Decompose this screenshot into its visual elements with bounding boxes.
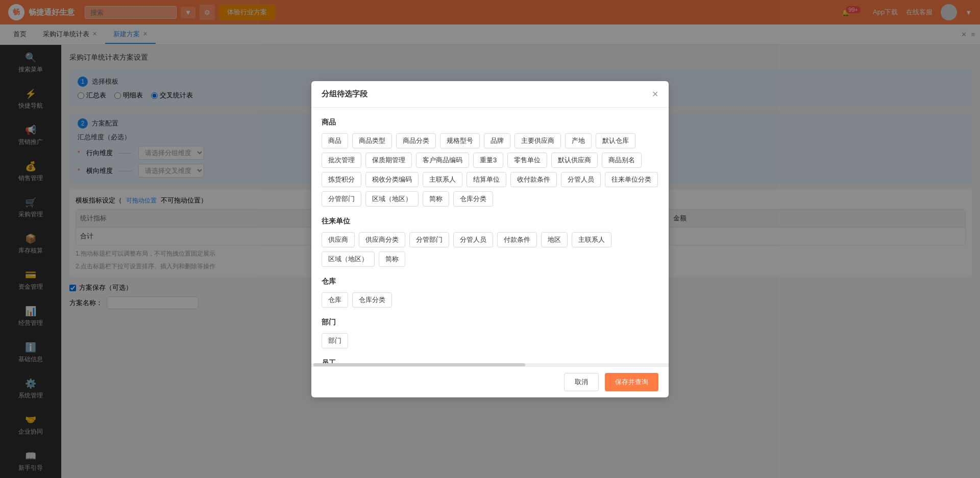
field-tag-分管人员[interactable]: 分管人员 <box>561 172 601 187</box>
field-tag-部门[interactable]: 部门 <box>322 333 348 348</box>
field-tag-区域（地区）[interactable]: 区域（地区） <box>322 251 375 267</box>
field-tag-保质期管理[interactable]: 保质期管理 <box>365 153 412 168</box>
field-tag-结算单位[interactable]: 结算单位 <box>467 172 506 187</box>
field-tag-主联系人[interactable]: 主联系人 <box>572 232 611 247</box>
field-tag-商品[interactable]: 商品 <box>322 133 348 148</box>
field-tag-批次管理[interactable]: 批次管理 <box>322 153 361 168</box>
field-tag-收付款条件[interactable]: 收付款条件 <box>510 172 557 187</box>
field-tag-规格型号[interactable]: 规格型号 <box>440 133 480 148</box>
field-tags-department: 部门 <box>322 333 658 348</box>
field-tag-主要供应商[interactable]: 主要供应商 <box>514 133 561 148</box>
field-tag-分管人员[interactable]: 分管人员 <box>453 232 493 247</box>
modal-title: 分组待选字段 <box>322 89 368 99</box>
modal-header: 分组待选字段 ✕ <box>311 81 669 108</box>
field-tag-税收分类编码[interactable]: 税收分类编码 <box>365 172 419 187</box>
modal-overlay: 分组待选字段 ✕ 商品商品商品类型商品分类规格型号品牌主要供应商产地默认仓库批次… <box>0 0 980 478</box>
modal-body: 商品商品商品类型商品分类规格型号品牌主要供应商产地默认仓库批次管理保质期管理客户… <box>311 108 669 363</box>
modal-section-partner: 往来单位供应商供应商分类分管部门分管人员付款条件地区主联系人区域（地区）简称 <box>322 217 658 267</box>
modal-section-department: 部门部门 <box>322 318 658 348</box>
field-tag-零售单位[interactable]: 零售单位 <box>507 153 547 168</box>
field-tags-partner: 供应商供应商分类分管部门分管人员付款条件地区主联系人区域（地区）简称 <box>322 232 658 267</box>
field-tag-商品分类[interactable]: 商品分类 <box>396 133 436 148</box>
field-tag-拣货积分[interactable]: 拣货积分 <box>322 172 361 187</box>
modal-section-goods: 商品商品商品类型商品分类规格型号品牌主要供应商产地默认仓库批次管理保质期管理客户… <box>322 118 658 207</box>
field-tag-仓库[interactable]: 仓库 <box>322 292 348 308</box>
section-title-department: 部门 <box>322 318 658 327</box>
field-tag-仓库分类[interactable]: 仓库分类 <box>352 292 392 308</box>
field-tag-默认供应商[interactable]: 默认供应商 <box>551 153 598 168</box>
field-tags-warehouse: 仓库仓库分类 <box>322 292 658 308</box>
section-title-partner: 往来单位 <box>322 217 658 226</box>
modal: 分组待选字段 ✕ 商品商品商品类型商品分类规格型号品牌主要供应商产地默认仓库批次… <box>311 81 669 397</box>
field-tag-简称[interactable]: 简称 <box>379 251 405 267</box>
modal-close-button[interactable]: ✕ <box>652 89 658 99</box>
modal-section-staff: 员工业务员 <box>322 359 658 363</box>
field-tag-客户商品编码[interactable]: 客户商品编码 <box>416 153 469 168</box>
modal-footer: 取消 保存并查询 <box>311 366 669 397</box>
field-tag-默认仓库[interactable]: 默认仓库 <box>596 133 635 148</box>
field-tag-分管部门[interactable]: 分管部门 <box>409 232 449 247</box>
field-tag-商品类型[interactable]: 商品类型 <box>352 133 392 148</box>
field-tag-产地[interactable]: 产地 <box>565 133 592 148</box>
field-tag-品牌[interactable]: 品牌 <box>484 133 510 148</box>
field-tag-分管部门[interactable]: 分管部门 <box>322 191 361 207</box>
section-title-warehouse: 仓库 <box>322 277 658 286</box>
field-tag-区域（地区）[interactable]: 区域（地区） <box>365 191 419 207</box>
section-title-goods: 商品 <box>322 118 658 127</box>
field-tag-供应商分类[interactable]: 供应商分类 <box>359 232 405 247</box>
field-tag-主联系人[interactable]: 主联系人 <box>423 172 462 187</box>
modal-save-button[interactable]: 保存并查询 <box>605 373 658 391</box>
field-tag-重量3[interactable]: 重量3 <box>473 153 503 168</box>
field-tag-供应商[interactable]: 供应商 <box>322 232 355 247</box>
section-title-staff: 员工 <box>322 359 658 363</box>
field-tag-付款条件[interactable]: 付款条件 <box>497 232 537 247</box>
field-tag-商品别名[interactable]: 商品别名 <box>602 153 642 168</box>
field-tag-简称[interactable]: 简称 <box>423 191 449 207</box>
field-tags-goods: 商品商品类型商品分类规格型号品牌主要供应商产地默认仓库批次管理保质期管理客户商品… <box>322 133 658 207</box>
field-tag-往来单位分类[interactable]: 往来单位分类 <box>605 172 658 187</box>
field-tag-地区[interactable]: 地区 <box>541 232 568 247</box>
modal-cancel-button[interactable]: 取消 <box>564 373 599 391</box>
field-tag-仓库分类[interactable]: 仓库分类 <box>453 191 493 207</box>
modal-section-warehouse: 仓库仓库仓库分类 <box>322 277 658 308</box>
